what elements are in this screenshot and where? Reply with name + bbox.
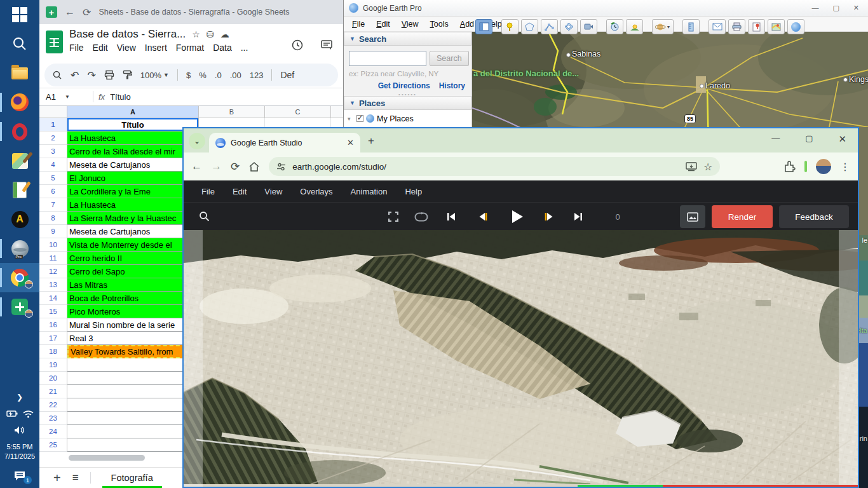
cell-a10[interactable]: Vista de Monterrey desde el — [67, 238, 199, 252]
fit-view-button[interactable] — [386, 203, 401, 231]
cell-a14[interactable]: Boca de Potrerillos — [67, 292, 199, 305]
tab-search-button[interactable]: ⌄ — [189, 133, 205, 149]
chrome-button[interactable] — [0, 263, 39, 292]
maximize-button[interactable]: ▢ — [832, 4, 839, 12]
menu-item[interactable]: Format — [176, 43, 204, 53]
cell-a13[interactable]: Las Mitras — [67, 278, 199, 292]
save-image-button[interactable] — [748, 19, 765, 34]
cell-a20[interactable] — [67, 372, 199, 385]
bookmark-star-icon[interactable]: ☆ — [703, 161, 712, 173]
increase-decimals-button[interactable]: .00 — [230, 71, 241, 80]
home-icon[interactable] — [248, 161, 260, 172]
reload-icon[interactable]: ⟳ — [231, 160, 240, 173]
search-input[interactable] — [349, 51, 426, 66]
row-number[interactable]: 8 — [39, 212, 67, 225]
menu-item[interactable]: View — [396, 18, 424, 30]
feedback-button[interactable]: Feedback — [779, 205, 849, 228]
menu-item[interactable]: File — [346, 18, 370, 30]
all-sheets-menu-button[interactable]: ≡ — [72, 471, 79, 484]
taskbar-search-button[interactable] — [0, 29, 39, 58]
search-button[interactable]: Search — [430, 51, 469, 66]
record-tour-button[interactable] — [580, 19, 597, 34]
zoom-select[interactable]: 100%▼ — [140, 71, 169, 80]
back-icon[interactable]: ← — [191, 160, 202, 173]
row-number[interactable]: 1 — [39, 118, 67, 132]
add-image-overlay-button[interactable] — [560, 19, 578, 34]
document-title[interactable]: Base de datos - Sierra... — [69, 28, 186, 41]
step-back-button[interactable] — [475, 203, 491, 231]
move-folder-icon[interactable]: ⛁ — [207, 29, 214, 39]
view-in-maps-button[interactable] — [768, 19, 785, 34]
extensions-icon[interactable] — [783, 161, 796, 173]
row-number[interactable]: 15 — [39, 305, 67, 318]
step-forward-button[interactable] — [541, 203, 557, 231]
row-number[interactable]: 4 — [39, 158, 67, 172]
active-tab[interactable]: Google Earth Studio ✕ — [209, 133, 360, 152]
cell-a3[interactable]: Cerro de la Silla desde el mir — [67, 145, 199, 158]
menu-item[interactable]: View — [257, 183, 290, 200]
menu-item[interactable]: File — [69, 43, 84, 53]
places-panel-header[interactable]: ▼ Places — [344, 96, 471, 110]
loop-button[interactable] — [412, 203, 430, 231]
cell-a7[interactable]: La Huasteca — [67, 198, 199, 212]
toolbar-search-icon[interactable] — [52, 70, 62, 80]
cell-a16[interactable]: Mural Sin nombre de la serie — [67, 318, 199, 332]
row-number[interactable]: 19 — [39, 358, 67, 372]
historical-imagery-button[interactable] — [606, 19, 623, 34]
firefox-button[interactable] — [0, 88, 39, 117]
row-number[interactable]: 7 — [39, 198, 67, 212]
cell-a18[interactable]: Valley Towards Saltillo, from — [67, 345, 199, 358]
row-number[interactable]: 22 — [39, 398, 67, 412]
row-number[interactable]: 17 — [39, 332, 67, 345]
print-button[interactable] — [728, 19, 745, 34]
earth-studio-viewport[interactable] — [184, 230, 858, 487]
maximize-button[interactable]: ▢ — [805, 133, 813, 145]
skip-to-start-button[interactable] — [443, 203, 459, 231]
sheet-tab-fotografia[interactable]: Fotografía — [102, 468, 162, 488]
google-sheets-button[interactable] — [0, 292, 39, 322]
select-all-corner[interactable] — [39, 106, 67, 118]
search-panel-header[interactable]: ▼ Search — [344, 32, 471, 46]
row-number[interactable]: 23 — [39, 412, 67, 425]
opera-button[interactable] — [0, 117, 39, 146]
back-icon[interactable]: ← — [65, 6, 75, 18]
maps-app-button[interactable] — [0, 146, 39, 175]
add-path-button[interactable] — [541, 19, 558, 34]
ruler-button[interactable] — [682, 19, 700, 34]
row-number[interactable]: 2 — [39, 132, 67, 145]
row-number[interactable]: 24 — [39, 425, 67, 438]
format-percent-button[interactable]: % — [199, 71, 207, 80]
minimize-button[interactable]: — — [771, 133, 780, 145]
cell-a8[interactable]: La Sierra Madre y la Huastec — [67, 212, 199, 225]
sunlight-button[interactable] — [626, 19, 643, 34]
profile-avatar[interactable] — [816, 159, 831, 174]
menu-item[interactable]: File — [194, 183, 222, 200]
planets-button[interactable]: ▼ — [652, 19, 674, 34]
cell-a25[interactable] — [67, 438, 199, 452]
column-header-c[interactable]: C — [265, 106, 331, 118]
version-history-icon[interactable] — [291, 39, 304, 51]
column-header-b[interactable]: B — [199, 106, 265, 118]
clock[interactable]: 5:55 PM 7/11/2025 — [4, 442, 35, 461]
file-explorer-button[interactable] — [0, 58, 39, 88]
cell-a4[interactable]: Meseta de Cartujanos — [67, 158, 199, 172]
cell-a19[interactable] — [67, 358, 199, 372]
google-earth-pro-button[interactable]: Pro — [0, 234, 39, 263]
menu-item[interactable]: Edit — [93, 43, 108, 53]
new-tab-button[interactable]: + — [368, 135, 374, 147]
cast-save-icon[interactable] — [686, 162, 697, 172]
row-number[interactable]: 12 — [39, 265, 67, 278]
close-button[interactable]: ✕ — [853, 4, 859, 12]
cell-a1[interactable]: Título — [67, 118, 199, 132]
row-number[interactable]: 3 — [39, 145, 67, 158]
paint-format-icon[interactable] — [123, 70, 132, 80]
menu-item[interactable]: Insert — [145, 43, 167, 53]
scrollbar-thumb[interactable] — [69, 455, 145, 461]
row-number[interactable]: 13 — [39, 278, 67, 292]
address-bar[interactable]: earth.google.com/studio/ ☆ — [269, 157, 720, 176]
redo-icon[interactable]: ↷ — [87, 69, 95, 81]
row-number[interactable]: 16 — [39, 318, 67, 332]
print-icon[interactable] — [104, 70, 114, 80]
menu-item[interactable]: Animation — [343, 183, 395, 200]
my-places-item[interactable]: ▾ My Places — [348, 112, 471, 125]
